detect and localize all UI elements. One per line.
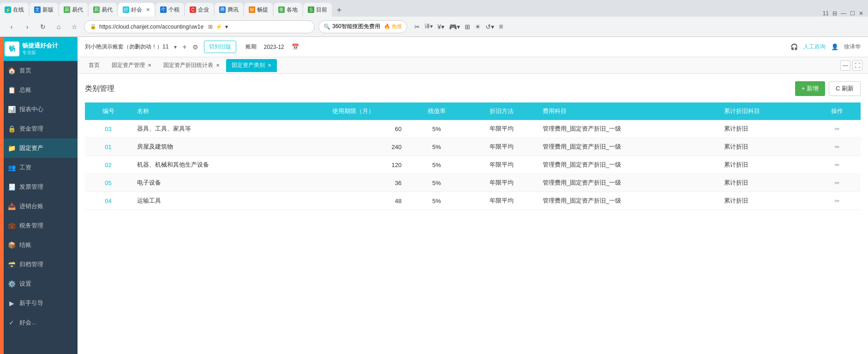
archive-icon: 🗃️: [7, 261, 16, 268]
browser-tab-5[interactable]: 好 好会 ✕: [118, 3, 155, 17]
sidebar-item-other[interactable]: ✓ 好会...: [0, 313, 78, 332]
minimize-icon[interactable]: —: [841, 10, 846, 17]
page-tab-depreciation-stats-close[interactable]: ✕: [216, 63, 220, 68]
back-button[interactable]: ‹: [6, 21, 18, 33]
logo-sub: 专业版: [22, 49, 58, 56]
cell-code[interactable]: 02: [85, 156, 132, 174]
search-bar[interactable]: 🔍 360智能抠图免费用 🔥 热搜: [318, 20, 407, 33]
tab-settings-icon[interactable]: ⊟: [832, 10, 837, 17]
sidebar-label-payroll: 工资: [19, 163, 31, 172]
funds-icon: 🔒: [7, 125, 16, 132]
table-row: 01 房屋及建筑物 240 5% 年限平均 管理费用_固定资产折旧_一级 累计折…: [85, 138, 861, 156]
sidebar-item-guide[interactable]: ▶ 新手引导: [0, 294, 78, 313]
edit-button[interactable]: ✏: [835, 198, 840, 204]
maximize-icon[interactable]: ☐: [850, 10, 855, 17]
wallet-icon[interactable]: ¥▾: [437, 23, 444, 30]
cell-code[interactable]: 04: [85, 192, 132, 210]
col-period: 使用期限（月）: [300, 102, 407, 120]
close-browser-icon[interactable]: ✕: [859, 10, 863, 17]
cell-actions: ✏: [814, 138, 861, 156]
menu-icon[interactable]: ≡: [499, 23, 503, 31]
bookmark-button[interactable]: ☆: [68, 21, 80, 33]
edit-button[interactable]: ✏: [835, 162, 840, 168]
url-bar[interactable]: 🔒 https://cloud.chanjet.com/accounting/u…: [84, 20, 315, 33]
edit-button[interactable]: ✏: [835, 144, 840, 150]
sidebar-item-invoice[interactable]: 🧾 发票管理: [0, 177, 78, 197]
url-text: https://cloud.chanjet.com/accounting/uw1…: [99, 24, 204, 30]
browser-tab-8[interactable]: 腾 腾讯: [215, 3, 243, 17]
tab-label-10: 各地: [287, 6, 298, 14]
browser-tab-11[interactable]: S 目前: [303, 3, 332, 17]
cell-method: 年限平均: [466, 192, 537, 210]
sidebar-item-purchase-sales[interactable]: 📥 进销台账: [0, 197, 78, 216]
translate-icon[interactable]: 译▾: [425, 23, 433, 30]
sidebar-item-funds[interactable]: 🔒 资金管理: [0, 119, 78, 138]
cell-accumulated: 累计折旧: [718, 192, 814, 210]
browser-tab-2[interactable]: 文 新版: [30, 3, 58, 17]
sidebar-item-payroll[interactable]: 👥 工资: [0, 158, 78, 177]
page-minimize-button[interactable]: —: [840, 60, 850, 71]
reports-icon: 📊: [7, 106, 16, 113]
page-tab-fixed-assets-mgmt[interactable]: 固定资产管理 ✕: [106, 59, 157, 72]
page-tab-fixed-assets-mgmt-close[interactable]: ✕: [148, 63, 151, 68]
cell-actions: ✏: [814, 192, 861, 210]
game-icon[interactable]: 🎮▾: [449, 23, 460, 30]
edit-button[interactable]: ✏: [835, 126, 840, 132]
undo-icon[interactable]: ↺▾: [485, 23, 494, 30]
cell-code[interactable]: 01: [85, 138, 132, 156]
browser-tab-6[interactable]: 个 个税: [156, 3, 184, 17]
sidebar-item-archive[interactable]: 🗃️ 归档管理: [0, 255, 78, 274]
browser-tab-10[interactable]: 各 各地: [274, 3, 302, 17]
tab-label-7: 企业: [198, 6, 209, 14]
page-tab-asset-categories[interactable]: 固定资产类别 ✕: [226, 59, 277, 72]
edit-button[interactable]: ✏: [835, 180, 840, 186]
cut-icon[interactable]: ✂: [414, 23, 420, 30]
settings-gear-icon[interactable]: ⚙: [192, 43, 198, 51]
page-tab-depreciation-stats[interactable]: 固定资产折旧统计表 ✕: [158, 59, 225, 72]
cell-residual: 5%: [407, 156, 466, 174]
cell-code[interactable]: 05: [85, 174, 132, 192]
forward-button[interactable]: ›: [21, 21, 33, 33]
sidebar-label-funds: 资金管理: [19, 125, 43, 133]
sidebar-item-reports[interactable]: 📊 报表中心: [0, 100, 78, 119]
browser-tab-9[interactable]: M 畅提: [244, 3, 273, 17]
sidebar-item-ledger[interactable]: 📋 总账: [0, 80, 78, 100]
page-tab-asset-categories-close[interactable]: ✕: [268, 63, 271, 68]
url-dropdown-icon[interactable]: ▾: [225, 24, 228, 30]
purchase-sales-icon: 📥: [7, 203, 16, 210]
cell-period: 36: [300, 174, 407, 192]
page-maximize-button[interactable]: ⛶: [852, 60, 862, 71]
sidebar-item-home[interactable]: 🏠 首页: [0, 61, 78, 80]
cell-code[interactable]: 03: [85, 120, 132, 138]
browser-tab-1[interactable]: ⚡ 在线: [0, 3, 29, 17]
browser-tab-4[interactable]: 易 易代: [89, 3, 117, 17]
sidebar-item-settings[interactable]: ⚙️ 设置: [0, 274, 78, 294]
refresh-button[interactable]: ↻: [37, 21, 49, 33]
sun-icon[interactable]: ☀: [475, 23, 481, 30]
calendar-icon[interactable]: 📅: [292, 43, 299, 50]
sidebar-item-close-books[interactable]: 📦 结账: [0, 235, 78, 255]
sidebar-item-fixed-assets[interactable]: 📁 固定资产: [0, 138, 78, 158]
page-tab-fixed-assets-mgmt-label: 固定资产管理: [112, 61, 145, 69]
header-right: 🎧 人工咨询 👤 徐泽华: [790, 43, 861, 51]
url-expand-icon[interactable]: ⊞: [208, 24, 213, 30]
tab-favicon-5: 好: [123, 6, 129, 13]
switch-old-version-button[interactable]: 切到旧版: [204, 41, 236, 53]
cell-method: 年限平均: [466, 138, 537, 156]
period-label: 账期: [245, 43, 257, 51]
consult-label[interactable]: 人工咨询: [803, 43, 826, 51]
browser-tab-3[interactable]: 易 易代: [59, 3, 88, 17]
home-button[interactable]: ⌂: [53, 21, 65, 33]
refresh-table-button[interactable]: C 刷新: [829, 81, 861, 96]
page-tab-home[interactable]: 首页: [83, 59, 105, 72]
page-title: 类别管理: [85, 84, 114, 94]
add-account-icon[interactable]: +: [182, 43, 186, 51]
page-title-bar: 类别管理 + 新增 C 刷新: [85, 81, 861, 96]
tab-close-5[interactable]: ✕: [146, 7, 150, 13]
tab-add-button[interactable]: +: [333, 4, 346, 17]
dropdown-icon[interactable]: ▾: [174, 44, 177, 50]
grid-icon[interactable]: ⊞: [465, 23, 470, 30]
sidebar-item-tax[interactable]: 💼 税务管理: [0, 216, 78, 235]
browser-tab-7[interactable]: C 企业: [185, 3, 214, 17]
add-button[interactable]: + 新增: [795, 81, 825, 96]
